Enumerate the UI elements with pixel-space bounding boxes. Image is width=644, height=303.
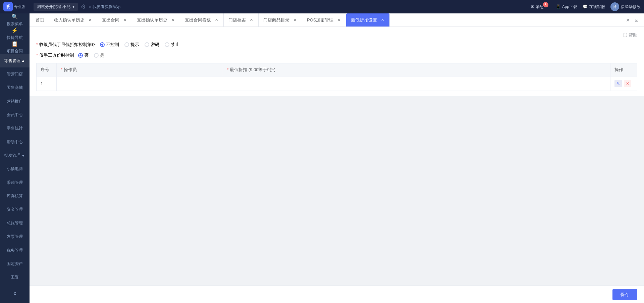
sidebar-label-tax: 税务管理 bbox=[7, 248, 23, 253]
sidebar-item-marketing[interactable]: 营销推广 bbox=[0, 95, 30, 108]
sidebar-label-payroll: 工资 bbox=[11, 274, 19, 280]
online-service-btn[interactable]: 💬 在线客服 bbox=[583, 4, 605, 10]
tab-store-file[interactable]: 门店档案 ✕ bbox=[224, 13, 259, 27]
sidebar-item-ledger[interactable]: 总账管理 bbox=[0, 216, 30, 230]
sidebar-item-smart-store[interactable]: 智营门店 bbox=[0, 67, 30, 81]
help-circle-icon: ⓘ bbox=[623, 33, 627, 38]
tab-income-history-close[interactable]: ✕ bbox=[88, 17, 92, 23]
sidebar-label-retail-stats: 零售统计 bbox=[7, 125, 23, 131]
messages-label: 消息 bbox=[536, 4, 544, 10]
avatar: 徐 bbox=[610, 2, 619, 11]
sidebar-label-invoice: 发票管理 bbox=[7, 234, 23, 240]
radio-forbid[interactable]: 禁止 bbox=[165, 42, 179, 48]
sidebar-item-assets[interactable]: 固定资产 bbox=[0, 257, 30, 270]
tab-income-history[interactable]: 收入确认单历史 ✕ bbox=[49, 13, 97, 27]
radio-hint[interactable]: 提示 bbox=[124, 42, 139, 48]
user-menu-btn[interactable]: 徐 徐泽华修改 bbox=[610, 2, 641, 11]
tab-home[interactable]: 首页 bbox=[31, 13, 49, 27]
main-layout: 🔍 搜索菜单 ⚡ 快捷导航 📋 项目合同 零售管理 ▲ 智营门店 零售商城 营销… bbox=[0, 13, 644, 303]
sidebar-item-project[interactable]: 📋 项目合同 bbox=[0, 41, 30, 54]
help-link-label: 帮助 bbox=[629, 33, 637, 38]
content-area: 首页 收入确认单历史 ✕ 支出合同 ✕ 支出确认单历史 ✕ 支出合同看板 ✕ 门… bbox=[30, 13, 644, 303]
sidebar-item-wholesale[interactable]: 批发管理 ▼ bbox=[0, 149, 30, 162]
radio-password[interactable]: 密码 bbox=[145, 42, 159, 48]
tab-payment-confirm-history[interactable]: 支出确认单历史 ✕ bbox=[132, 13, 180, 27]
tab-payment-contract-close[interactable]: ✕ bbox=[123, 17, 127, 23]
tab-store-products-label: 门店商品目录 bbox=[263, 17, 289, 23]
play-icon: ○ bbox=[89, 4, 91, 9]
sidebar-item-member[interactable]: 会员中心 bbox=[0, 108, 30, 121]
bottom-bar: 保存 bbox=[30, 286, 644, 303]
top-bar-center: 测试分开院程-小兄 ▾ ⚙ ○ 我要看实例演示 bbox=[30, 3, 531, 11]
tab-payment-confirm-history-close[interactable]: ✕ bbox=[171, 17, 175, 23]
radio-no-control[interactable]: 不控制 bbox=[100, 42, 119, 48]
top-bar-right: ✉ 消息 8 📱 App下载 💬 在线客服 徐 徐泽华修改 bbox=[531, 2, 641, 11]
radio-yes[interactable]: 是 bbox=[94, 52, 104, 58]
tab-min-discount[interactable]: 最低折扣设置 ✕ bbox=[346, 13, 390, 27]
sidebar-item-help[interactable]: 帮助中心 bbox=[0, 135, 30, 149]
tab-home-label: 首页 bbox=[36, 17, 44, 23]
quicknav-icon: ⚡ bbox=[11, 27, 18, 34]
sidebar-label-search: 搜索菜单 bbox=[7, 21, 23, 27]
sidebar-item-settings[interactable]: ⚙ bbox=[0, 284, 30, 303]
logo-icon: 畅 bbox=[3, 2, 13, 11]
sidebar-item-inventory[interactable]: 库存核算 bbox=[0, 189, 30, 203]
tab-payment-contract-board[interactable]: 支出合同看板 ✕ bbox=[180, 13, 224, 27]
manual-price-label: * 仅手工改价时控制 bbox=[36, 52, 74, 58]
app-download-btn[interactable]: 📱 App下载 bbox=[556, 4, 577, 10]
sidebar-item-finance[interactable]: 资金管理 bbox=[0, 203, 30, 216]
search-icon: 🔍 bbox=[11, 13, 18, 20]
top-bar: 畅 专业版 测试分开院程-小兄 ▾ ⚙ ○ 我要看实例演示 ✉ 消息 8 📱 A… bbox=[0, 0, 644, 13]
project-selector[interactable]: 测试分开院程-小兄 ▾ bbox=[34, 3, 78, 11]
tab-maximize-btn[interactable]: ⊡ bbox=[633, 16, 640, 24]
sidebar-label-smart-store: 智营门店 bbox=[7, 71, 23, 77]
sidebar-item-ecommerce[interactable]: 小畅电商 bbox=[0, 162, 30, 176]
table-section: 序号 * 操作员 * 最低折扣 (9.00等于9折) bbox=[36, 63, 637, 91]
save-button[interactable]: 保存 bbox=[612, 289, 637, 300]
cell-min-discount bbox=[223, 77, 610, 91]
help-link[interactable]: ⓘ 帮助 bbox=[623, 32, 637, 38]
tab-pos-password-close[interactable]: ✕ bbox=[337, 17, 341, 23]
sidebar-item-retail-stats[interactable]: 零售统计 bbox=[0, 122, 30, 135]
delete-row-btn[interactable]: ✕ bbox=[624, 80, 631, 87]
expand-icon-retail: ▲ bbox=[21, 58, 25, 63]
sidebar-item-tax[interactable]: 税务管理 bbox=[0, 244, 30, 257]
tab-store-products[interactable]: 门店商品目录 ✕ bbox=[259, 13, 302, 27]
table-header-row: 序号 * 操作员 * 最低折扣 (9.00等于9折) bbox=[37, 63, 637, 77]
tab-min-discount-label: 最低折扣设置 bbox=[351, 17, 377, 23]
sidebar-item-retail-mall[interactable]: 零售商城 bbox=[0, 81, 30, 95]
col-header-operator: * 操作员 bbox=[57, 63, 223, 77]
sidebar-item-invoice[interactable]: 发票管理 bbox=[0, 230, 30, 244]
sidebar-item-payroll[interactable]: 工资 bbox=[0, 271, 30, 284]
project-name: 测试分开院程-小兄 bbox=[37, 4, 70, 10]
logo-text: 专业版 bbox=[14, 4, 25, 9]
chevron-down-icon: ▾ bbox=[72, 4, 74, 9]
manual-price-options: 否 是 bbox=[78, 52, 104, 58]
radio-no[interactable]: 否 bbox=[78, 52, 89, 58]
tab-payment-contract[interactable]: 支出合同 ✕ bbox=[97, 13, 132, 27]
table-row: 1 ✎ bbox=[37, 77, 637, 91]
sidebar-item-retail[interactable]: 零售管理 ▲ bbox=[0, 54, 30, 67]
required-star-operator: * bbox=[61, 67, 62, 72]
required-star-2: * bbox=[36, 53, 38, 58]
tab-store-file-close[interactable]: ✕ bbox=[249, 17, 254, 23]
settings-icon[interactable]: ⚙ bbox=[80, 3, 86, 10]
sidebar-item-purchase[interactable]: 采购管理 bbox=[0, 176, 30, 189]
logo: 畅 专业版 bbox=[3, 2, 30, 11]
sidebar-label-ledger: 总账管理 bbox=[7, 220, 23, 226]
sidebar-item-quicknav[interactable]: ⚡ 快捷导航 bbox=[0, 27, 30, 40]
sidebar-item-search[interactable]: 🔍 搜索菜单 bbox=[0, 13, 30, 27]
tab-close-current-btn[interactable]: ✕ bbox=[625, 16, 631, 24]
tab-store-products-close[interactable]: ✕ bbox=[293, 17, 297, 23]
edit-row-btn[interactable]: ✎ bbox=[614, 80, 622, 87]
sidebar-label-retail: 零售管理 bbox=[4, 58, 20, 64]
tab-min-discount-close[interactable]: ✕ bbox=[380, 17, 385, 23]
demo-link[interactable]: ○ 我要看实例演示 bbox=[89, 4, 121, 10]
sidebar-label-project: 项目合同 bbox=[7, 48, 23, 54]
messages-btn[interactable]: ✉ 消息 8 bbox=[531, 4, 550, 10]
tab-pos-password[interactable]: POS加密管理 ✕ bbox=[302, 13, 346, 27]
download-icon: 📱 bbox=[556, 4, 561, 9]
tab-payment-contract-board-close[interactable]: ✕ bbox=[214, 17, 219, 23]
radio-dot-password bbox=[145, 42, 149, 47]
settings-gear-icon: ⚙ bbox=[13, 291, 17, 296]
